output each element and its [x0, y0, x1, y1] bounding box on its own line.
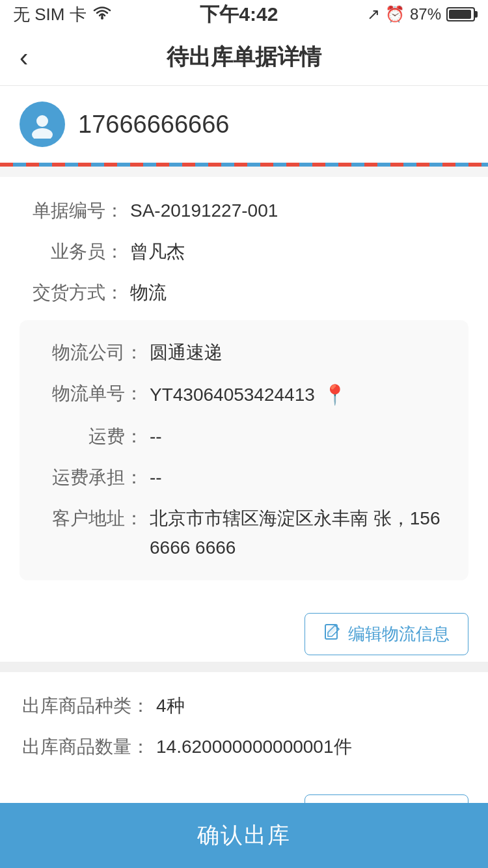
- goods-type-label: 出库商品种类：: [20, 692, 150, 721]
- page-title: 待出库单据详情: [167, 42, 321, 72]
- back-button[interactable]: ‹: [20, 44, 28, 70]
- logistics-company-label: 物流公司：: [39, 338, 143, 368]
- goods-quantity-value: 14.620000000000001件: [150, 733, 468, 762]
- address-row: 客户地址： 北京市市辖区海淀区永丰南 张，156 6666 6666: [39, 504, 449, 563]
- location-icon[interactable]: 📍: [323, 379, 347, 411]
- gray-separator: [0, 662, 488, 672]
- wifi-icon: [93, 5, 111, 25]
- logistics-tracking-value: YT43064053424413 📍: [143, 379, 449, 411]
- gps-icon: ↗: [367, 5, 380, 23]
- freight-bearer-label: 运费承担：: [39, 463, 143, 493]
- order-number-label: 单据编号：: [20, 197, 124, 226]
- dashed-divider: [0, 163, 488, 167]
- freight-bearer-row: 运费承担： --: [39, 463, 449, 493]
- edit-icon: [323, 623, 342, 645]
- edit-btn-row: 编辑物流信息: [0, 600, 488, 662]
- goods-section: 出库商品种类： 4种 出库商品数量： 14.620000000000001件: [0, 672, 488, 781]
- basic-info-section: 单据编号： SA-20191227-001 业务员： 曾凡杰 交货方式： 物流 …: [0, 177, 488, 600]
- svg-point-0: [101, 17, 103, 20]
- delivery-method-label: 交货方式：: [20, 278, 124, 308]
- carrier-label: 无 SIM 卡: [13, 3, 87, 26]
- salesman-value: 曾凡杰: [124, 237, 468, 267]
- logistics-company-value: 圆通速递: [143, 338, 449, 368]
- order-number-value: SA-20191227-001: [124, 197, 468, 226]
- status-bar: 无 SIM 卡 下午4:42 ↗ ⏰ 87%: [0, 0, 488, 29]
- status-left: 无 SIM 卡: [13, 3, 111, 26]
- goods-type-value: 4种: [150, 692, 468, 721]
- confirm-btn-label: 确认出库: [197, 821, 291, 850]
- svg-point-2: [32, 128, 53, 139]
- salesman-label: 业务员：: [20, 237, 124, 267]
- svg-point-1: [36, 115, 48, 127]
- freight-value: --: [143, 422, 449, 452]
- logistics-company-row: 物流公司： 圆通速递: [39, 338, 449, 368]
- address-label: 客户地址：: [39, 504, 143, 534]
- address-value: 北京市市辖区海淀区永丰南 张，156 6666 6666: [143, 504, 449, 563]
- nav-bar: ‹ 待出库单据详情: [0, 29, 488, 86]
- delivery-method-row: 交货方式： 物流: [20, 278, 468, 308]
- freight-bearer-value: --: [143, 463, 449, 493]
- logistics-tracking-label: 物流单号：: [39, 379, 143, 409]
- user-phone: 17666666666: [78, 111, 229, 139]
- status-time: 下午4:42: [200, 1, 278, 28]
- edit-btn-label: 编辑物流信息: [348, 623, 450, 645]
- avatar: [20, 102, 65, 147]
- edit-logistics-button[interactable]: 编辑物流信息: [305, 613, 468, 655]
- delivery-method-value: 物流: [124, 278, 468, 308]
- confirm-outbound-button[interactable]: 确认出库: [0, 803, 488, 868]
- status-right: ↗ ⏰ 87%: [367, 5, 475, 23]
- freight-label: 运费：: [39, 422, 143, 452]
- page-content: 17666666666 单据编号： SA-20191227-001 业务员： 曾…: [0, 86, 488, 868]
- battery-icon: [446, 7, 475, 21]
- goods-type-row: 出库商品种类： 4种: [20, 692, 468, 721]
- goods-quantity-row: 出库商品数量： 14.620000000000001件: [20, 733, 468, 762]
- user-header: 17666666666: [0, 86, 488, 163]
- alarm-icon: ⏰: [385, 5, 405, 23]
- order-number-row: 单据编号： SA-20191227-001: [20, 197, 468, 226]
- logistics-tracking-row: 物流单号： YT43064053424413 📍: [39, 379, 449, 411]
- salesman-row: 业务员： 曾凡杰: [20, 237, 468, 267]
- goods-quantity-label: 出库商品数量：: [20, 733, 150, 762]
- battery-percent: 87%: [410, 5, 441, 23]
- logistics-card: 物流公司： 圆通速递 物流单号： YT43064053424413 📍 运费： …: [20, 320, 468, 580]
- freight-row: 运费： --: [39, 422, 449, 452]
